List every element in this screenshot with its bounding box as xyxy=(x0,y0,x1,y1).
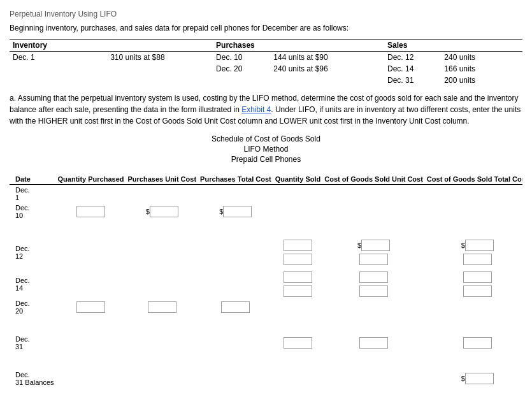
balances-cogs-total-input[interactable] xyxy=(465,373,494,384)
table-row: Dec.31 Balances $ $ xyxy=(10,370,522,387)
table-row xyxy=(10,284,522,298)
dec12-unit-cost-input-2[interactable] xyxy=(359,254,388,265)
date-dec14: Dec.14 xyxy=(13,270,56,298)
sale-detail-1: 240 units xyxy=(441,52,522,64)
dec12-total-cost-input-2[interactable] xyxy=(463,254,492,265)
th-purchases-total-cost: Purchases Total Cost xyxy=(198,174,273,185)
inv-date-1: Dec. 1 xyxy=(10,52,107,64)
dec14-qty-sold-input-1[interactable] xyxy=(284,271,312,283)
date-dec12: Dec.12 xyxy=(13,238,56,266)
sale-date-1: Dec. 12 xyxy=(384,52,441,64)
sale-date-3: Dec. 31 xyxy=(384,75,441,86)
page-title: Perpetual Inventory Using LIFO xyxy=(10,10,522,18)
date-dec31-balances: Dec.31 Balances xyxy=(13,370,56,387)
date-dec20: Dec.20 xyxy=(13,298,56,316)
th-cogs-unit-cost: Cost of Goods Sold Unit Cost xyxy=(322,174,425,185)
sale-detail-3: 200 units xyxy=(441,75,522,86)
inv-detail-header xyxy=(107,40,213,52)
purch-detail-header xyxy=(270,40,384,52)
inv-header: Inventory xyxy=(10,40,107,52)
dec12-total-cost-input-1[interactable] xyxy=(465,240,494,251)
dec14-qty-sold-input-2[interactable] xyxy=(284,285,312,297)
sale-date-2: Dec. 14 xyxy=(384,63,441,75)
th-qty-purchased: Quantity Purchased xyxy=(56,174,126,185)
balances-label: Balances xyxy=(25,379,54,386)
inv-detail-1: 310 units at $88 xyxy=(107,52,213,64)
exhibit-link[interactable]: Exhibit 4 xyxy=(241,105,271,114)
intro-text: Beginning inventory, purchases, and sale… xyxy=(10,24,522,32)
dec10-qty-purchased-input[interactable] xyxy=(76,206,105,217)
sales-detail-header xyxy=(441,40,522,52)
table-row: Dec.1 310 $88 $27,280 xyxy=(10,185,522,203)
dec10-total-cost-input[interactable] xyxy=(223,206,252,217)
schedule-title-2: LIFO Method xyxy=(10,145,522,154)
date-dec1: Dec.1 xyxy=(13,185,56,203)
table-row xyxy=(10,352,522,366)
purch-header: Purchases xyxy=(213,40,270,52)
th-qty-sold: Quantity Sold xyxy=(273,174,323,185)
table-row: Dec.31 xyxy=(10,334,522,352)
dec31-qty-sold-input[interactable] xyxy=(284,337,312,349)
schedule-table: Date Quantity Purchased Purchases Unit C… xyxy=(10,174,522,387)
table-row: Dec.10 $ $ xyxy=(10,203,522,220)
dec20-qty-purchased-input[interactable] xyxy=(76,301,105,313)
dec12-qty-sold-input-1[interactable] xyxy=(284,240,312,251)
dec20-unit-cost-input[interactable] xyxy=(148,301,176,313)
table-row xyxy=(10,220,522,235)
schedule-title-3: Prepaid Cell Phones xyxy=(10,155,522,164)
dec14-unit-cost-input-2[interactable] xyxy=(359,285,388,297)
purch-date-1: Dec. 10 xyxy=(213,52,270,64)
instruction-block: a. Assuming that the perpetual inventory… xyxy=(10,92,522,127)
schedule-wrapper: Date Quantity Purchased Purchases Unit C… xyxy=(10,174,522,387)
table-row xyxy=(10,252,522,266)
sale-detail-2: 166 units xyxy=(441,63,522,75)
purch-detail-1: 144 units at $90 xyxy=(270,52,384,64)
dec14-unit-cost-input-1[interactable] xyxy=(359,271,388,283)
top-data-table: Inventory Purchases Sales Dec. 1 310 uni… xyxy=(10,39,522,86)
th-date: Date xyxy=(13,174,56,185)
th-purchases-unit-cost: Purchases Unit Cost xyxy=(126,174,198,185)
dec12-qty-sold-input-2[interactable] xyxy=(284,254,312,265)
table-row: Dec.12 $ $ xyxy=(10,238,522,252)
table-row: Dec.14 xyxy=(10,270,522,284)
dec12-unit-cost-input-1[interactable] xyxy=(361,240,390,251)
schedule-title-1: Schedule of Cost of Goods Sold xyxy=(10,134,522,143)
table-row xyxy=(10,316,522,330)
th-cogs-total-cost: Cost of Goods Sold Total Cost xyxy=(425,174,522,185)
purch-detail-2: 240 units at $96 xyxy=(270,63,384,75)
purch-date-2: Dec. 20 xyxy=(213,63,270,75)
dec10-unit-cost-input[interactable] xyxy=(150,206,178,217)
date-dec10: Dec.10 xyxy=(13,203,56,220)
dec20-total-cost-input[interactable] xyxy=(221,301,250,313)
dec31-total-cost-input[interactable] xyxy=(463,337,492,349)
dec14-total-cost-input-1[interactable] xyxy=(463,271,492,283)
table-row: Dec.20 xyxy=(10,298,522,316)
sales-header: Sales xyxy=(384,40,441,52)
date-dec31: Dec.31 xyxy=(13,334,56,352)
dec14-total-cost-input-2[interactable] xyxy=(463,285,492,297)
dec31-unit-cost-input[interactable] xyxy=(359,337,388,349)
